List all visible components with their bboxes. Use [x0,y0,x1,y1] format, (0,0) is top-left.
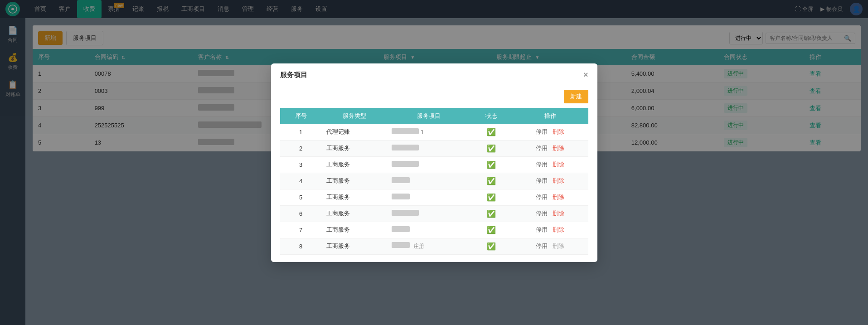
modal-cell-actions: 停用 删除 [512,124,588,141]
delete-button[interactable]: 删除 [553,210,564,217]
list-item: 1 代理记账 1 ✅ 停用 删除 [280,124,588,141]
modal-cell-actions: 停用 删除 [512,189,588,205]
modal-cell-item [387,173,470,189]
modal-title: 服务项目 [280,71,307,79]
modal-overlay[interactable]: 服务项目 × 新建 序号 服务类型 服务项目 状态 操作 [0,0,868,325]
status-active-icon: ✅ [487,128,496,136]
modal-cell-item [387,222,470,238]
delete-button[interactable]: 删除 [553,177,564,184]
modal-cell-actions: 停用 删除 [512,205,588,222]
stop-button[interactable]: 停用 [536,145,548,151]
modal-cell-status: ✅ [470,205,512,222]
modal-table-header: 序号 服务类型 服务项目 状态 操作 [280,108,588,124]
status-active-icon: ✅ [487,161,496,169]
modal-cell-type: 工商服务 [322,222,387,238]
service-items-modal: 服务项目 × 新建 序号 服务类型 服务项目 状态 操作 [271,63,597,262]
modal-header: 服务项目 × [271,63,597,85]
modal-cell-seq: 8 [280,238,322,254]
modal-cell-seq: 4 [280,173,322,189]
status-active-icon: ✅ [487,145,496,152]
stop-button[interactable]: 停用 [536,243,548,249]
modal-cell-item [387,205,470,222]
modal-cell-item: 注册 [387,238,470,254]
modal-cell-seq: 6 [280,205,322,222]
modal-col-action: 操作 [512,108,588,124]
modal-cell-seq: 2 [280,140,322,156]
delete-button[interactable]: 删除 [553,128,564,135]
delete-button[interactable]: 删除 [553,243,564,249]
modal-cell-type: 工商服务 [322,156,387,173]
modal-cell-item [387,156,470,173]
list-item: 5 工商服务 ✅ 停用 删除 [280,189,588,205]
modal-cell-status: ✅ [470,124,512,141]
modal-close-button[interactable]: × [583,71,588,79]
modal-cell-item [387,140,470,156]
modal-cell-status: ✅ [470,222,512,238]
stop-button[interactable]: 停用 [536,128,548,135]
modal-toolbar: 新建 [271,85,597,108]
stop-button[interactable]: 停用 [536,226,548,233]
list-item: 4 工商服务 ✅ 停用 删除 [280,173,588,189]
modal-table-body: 1 代理记账 1 ✅ 停用 删除 2 工商服务 [280,124,588,255]
modal-cell-actions: 停用 删除 [512,140,588,156]
list-item: 6 工商服务 ✅ 停用 删除 [280,205,588,222]
list-item: 2 工商服务 ✅ 停用 删除 [280,140,588,156]
modal-cell-status: ✅ [470,189,512,205]
modal-cell-actions: 停用 删除 [512,238,588,254]
modal-cell-status: ✅ [470,238,512,254]
delete-button[interactable]: 删除 [553,226,564,233]
delete-button[interactable]: 删除 [553,194,564,200]
modal-cell-seq: 3 [280,156,322,173]
modal-cell-status: ✅ [470,140,512,156]
modal-cell-actions: 停用 删除 [512,222,588,238]
modal-cell-type: 工商服务 [322,238,387,254]
modal-col-seq: 序号 [280,108,322,124]
modal-cell-type: 工商服务 [322,205,387,222]
stop-button[interactable]: 停用 [536,210,548,217]
modal-cell-seq: 7 [280,222,322,238]
service-items-table: 序号 服务类型 服务项目 状态 操作 1 代理记账 1 ✅ [280,108,588,255]
modal-new-button[interactable]: 新建 [564,90,588,103]
stop-button[interactable]: 停用 [536,161,548,168]
modal-cell-seq: 1 [280,124,322,141]
modal-cell-item: 1 [387,124,470,141]
modal-cell-status: ✅ [470,173,512,189]
status-active-icon: ✅ [487,210,496,218]
modal-cell-status: ✅ [470,156,512,173]
modal-cell-type: 工商服务 [322,189,387,205]
status-active-icon: ✅ [487,243,496,250]
modal-cell-type: 代理记账 [322,124,387,141]
modal-col-item: 服务项目 [387,108,470,124]
status-active-icon: ✅ [487,226,496,234]
status-active-icon: ✅ [487,177,496,185]
stop-button[interactable]: 停用 [536,177,548,184]
list-item: 7 工商服务 ✅ 停用 删除 [280,222,588,238]
modal-cell-type: 工商服务 [322,173,387,189]
modal-cell-seq: 5 [280,189,322,205]
stop-button[interactable]: 停用 [536,194,548,200]
status-active-icon: ✅ [487,194,496,201]
delete-button[interactable]: 删除 [553,145,564,151]
modal-col-status: 状态 [470,108,512,124]
modal-body: 序号 服务类型 服务项目 状态 操作 1 代理记账 1 ✅ [271,108,597,262]
modal-cell-actions: 停用 删除 [512,156,588,173]
modal-cell-actions: 停用 删除 [512,173,588,189]
delete-button[interactable]: 删除 [553,161,564,168]
list-item: 8 工商服务 注册 ✅ 停用 删除 [280,238,588,254]
modal-cell-item [387,189,470,205]
list-item: 3 工商服务 ✅ 停用 删除 [280,156,588,173]
modal-cell-type: 工商服务 [322,140,387,156]
modal-col-type: 服务类型 [322,108,387,124]
